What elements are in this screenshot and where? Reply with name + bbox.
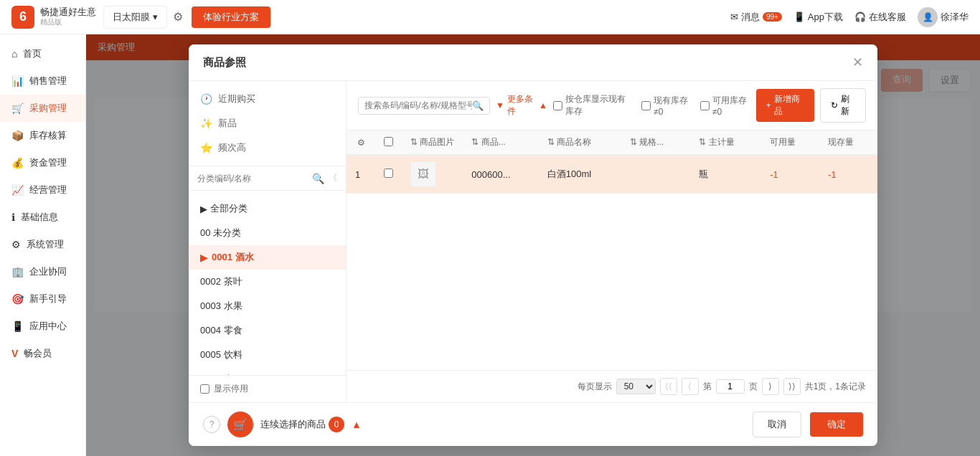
guide-icon: 🎯 xyxy=(11,293,24,305)
experience-button[interactable]: 体验行业方案 xyxy=(192,6,270,28)
refresh-label: 刷新 xyxy=(841,93,855,118)
display-stopped-checkbox[interactable] xyxy=(200,384,209,394)
category-item-0004[interactable]: 0004 零食 xyxy=(189,318,346,343)
per-page-select[interactable]: 50 100 200 xyxy=(616,379,656,394)
cart-label: 连续选择的商品 xyxy=(260,418,326,431)
cart-button[interactable]: 🛒 xyxy=(227,412,253,437)
add-product-button[interactable]: + 新增商品 xyxy=(756,89,814,122)
category-item-all[interactable]: ▶ 全部分类 xyxy=(189,196,346,221)
select-all-checkbox[interactable] xyxy=(384,137,393,146)
settings-icon[interactable]: ⚙ xyxy=(173,10,183,24)
tab-frequent[interactable]: ⭐ 频次高 xyxy=(189,136,346,160)
checkbox-usable-stock[interactable]: 可用库存≠0 xyxy=(700,95,750,117)
col-code-sort-icon: ⇅ xyxy=(471,137,479,147)
online-service-label: 在线客服 xyxy=(869,11,906,24)
category-item-0005[interactable]: 0005 饮料 xyxy=(189,343,346,367)
new-icon: ✨ xyxy=(200,118,212,129)
row-checkbox[interactable] xyxy=(384,168,393,178)
product-search-input[interactable] xyxy=(364,100,472,110)
display-stopped-label: 显示停用 xyxy=(214,383,248,395)
cell-row-checkbox[interactable] xyxy=(375,155,402,194)
total-records-text: 共1页，1条记录 xyxy=(805,381,866,393)
phone-icon: 📱 xyxy=(793,11,805,22)
first-page-button[interactable]: ⟨⟨ xyxy=(660,378,677,395)
chevron-up-icon: ▲ xyxy=(539,100,547,110)
sidebar-item-vip[interactable]: V 畅会员 xyxy=(0,340,85,367)
username: 徐泽华 xyxy=(941,11,969,24)
category-item-0008[interactable]: 0008 水 xyxy=(189,367,346,375)
help-icon[interactable]: ? xyxy=(203,416,220,433)
category-search-input[interactable] xyxy=(197,174,308,184)
app-download-nav-item[interactable]: 📱 App下载 xyxy=(793,11,843,24)
tab-recent[interactable]: 🕐 近期购买 xyxy=(189,87,346,111)
category-label-0003: 0003 水果 xyxy=(200,300,242,313)
warehouse-checkbox-input[interactable] xyxy=(553,101,562,110)
category-item-0003[interactable]: 0003 水果 xyxy=(189,294,346,318)
online-service-nav-item[interactable]: 🎧 在线客服 xyxy=(854,11,906,24)
table-body: 1 🖼 xyxy=(347,155,877,194)
more-filters-button[interactable]: ▼ 更多条件 ▲ xyxy=(496,93,547,118)
sidebar-label-system: 系统管理 xyxy=(27,238,64,251)
search-icon[interactable]: 🔍 xyxy=(312,173,324,184)
messages-nav-item[interactable]: ✉ 消息 99+ xyxy=(730,11,782,24)
refresh-button[interactable]: ↻ 刷新 xyxy=(820,88,866,123)
info-icon: ℹ xyxy=(11,212,15,223)
last-page-button[interactable]: ⟩⟩ xyxy=(783,378,801,395)
sidebar-item-basic[interactable]: ℹ 基础信息 xyxy=(0,204,85,231)
collapse-panel-button[interactable]: 《 xyxy=(329,173,337,183)
category-item-0002[interactable]: 0002 茶叶 xyxy=(189,270,346,294)
image-icon: 🖼 xyxy=(418,168,429,181)
page-label: 第 xyxy=(703,381,712,393)
search-submit-icon[interactable]: 🔍 xyxy=(472,100,484,111)
add-product-label: 新增商品 xyxy=(774,93,804,118)
checkbox-available-stock[interactable]: 现有库存≠0 xyxy=(641,95,692,117)
sidebar-item-guide[interactable]: 🎯 新手引导 xyxy=(0,285,85,313)
next-page-button[interactable]: ⟩ xyxy=(762,378,779,395)
logo-area: 6 畅捷通好生意 精品版 xyxy=(11,6,98,29)
sidebar-item-home[interactable]: ⌂ 首页 xyxy=(0,40,85,67)
modal-close-button[interactable]: ✕ xyxy=(852,54,863,70)
tab-new[interactable]: ✨ 新品 xyxy=(189,111,346,136)
available-stock-checkbox-input[interactable] xyxy=(641,101,651,110)
vip-icon: V xyxy=(11,348,18,359)
modal-body: 🕐 近期购买 ✨ 新品 ⭐ 频次高 xyxy=(189,81,877,402)
refresh-icon: ↻ xyxy=(831,100,838,110)
sidebar-item-purchase[interactable]: 🛒 采购管理 xyxy=(0,95,85,122)
user-nav-item[interactable]: 👤 徐泽华 xyxy=(918,7,969,27)
col-name-sort-icon: ⇅ xyxy=(547,137,555,147)
sidebar-item-company[interactable]: 🏢 企业协同 xyxy=(0,258,85,285)
confirm-button[interactable]: 确定 xyxy=(810,412,863,437)
cancel-button[interactable]: 取消 xyxy=(753,412,801,437)
sidebar-item-system[interactable]: ⚙ 系统管理 xyxy=(0,231,85,258)
sidebar-item-apps[interactable]: 📱 应用中心 xyxy=(0,313,85,340)
avatar: 👤 xyxy=(918,7,938,27)
col-img-sort-icon: ⇅ xyxy=(410,137,418,147)
col-header-code: ⇅ 商品... xyxy=(463,130,538,155)
category-item-0001[interactable]: ▶ 0001 酒水 xyxy=(189,245,346,270)
messages-badge: 99+ xyxy=(763,12,782,22)
usable-stock-checkbox-input[interactable] xyxy=(700,101,710,110)
collapse-footer-button[interactable]: ▲ xyxy=(352,419,362,430)
pagination-bar: 每页显示 50 100 200 ⟨⟨ ⟨ 第 页 ⟩ xyxy=(347,370,877,402)
page-number-input[interactable] xyxy=(716,379,745,394)
sidebar: ⌂ 首页 📊 销售管理 🛒 采购管理 📦 库存核算 💰 资金管理 📈 经营管理 … xyxy=(0,34,86,456)
table-header-row: ⚙ ⇅ 商品图片 xyxy=(347,130,877,155)
table-row[interactable]: 1 🖼 xyxy=(347,155,877,194)
category-label-0002: 0002 茶叶 xyxy=(200,275,242,288)
tenant-name: 日太阳膜 xyxy=(113,11,150,24)
sidebar-item-operation[interactable]: 📈 经营管理 xyxy=(0,176,85,204)
col-header-settings[interactable]: ⚙ xyxy=(347,130,375,155)
col-header-stock: 现存量 xyxy=(819,130,877,155)
sidebar-item-finance[interactable]: 💰 资金管理 xyxy=(0,149,85,176)
clock-icon: 🕐 xyxy=(200,93,212,105)
checkbox-warehouse[interactable]: 按仓库显示现有库存 xyxy=(553,93,633,118)
prev-page-button[interactable]: ⟨ xyxy=(682,378,699,395)
sidebar-item-sales[interactable]: 📊 销售管理 xyxy=(0,67,85,95)
checkbox-usable-label: 可用库存≠0 xyxy=(712,95,750,117)
tenant-dropdown[interactable]: 日太阳膜 ▾ xyxy=(103,6,167,29)
cell-row-num: 1 xyxy=(347,155,375,194)
logo-icon: 6 xyxy=(11,6,34,29)
sidebar-item-inventory[interactable]: 📦 库存核算 xyxy=(0,122,85,149)
category-item-00[interactable]: 00 未分类 xyxy=(189,221,346,245)
cell-available: -1 xyxy=(761,155,819,194)
